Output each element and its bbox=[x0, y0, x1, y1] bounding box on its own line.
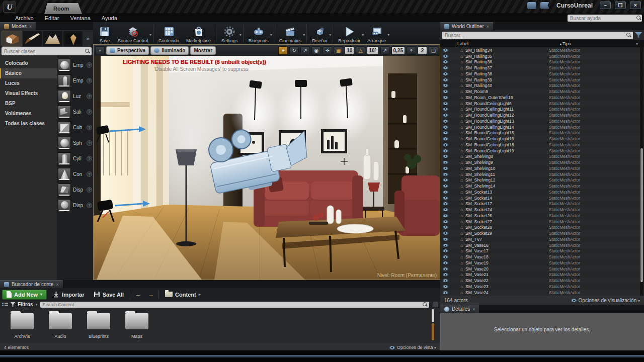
outliner-row[interactable]: ⌂SM_Socket29StaticMeshActor bbox=[440, 230, 644, 236]
visibility-eye-icon[interactable] bbox=[443, 197, 448, 200]
visibility-eye-icon[interactable] bbox=[443, 202, 448, 205]
outliner-row[interactable]: ⌂SM_RoundCeilingLight6StaticMeshActor bbox=[440, 101, 644, 107]
placeable-item[interactable]: Disp? bbox=[58, 182, 92, 198]
visibility-eye-icon[interactable] bbox=[443, 143, 448, 146]
visibility-eye-icon[interactable] bbox=[443, 155, 448, 158]
content-scrollbar[interactable] bbox=[432, 309, 434, 341]
visibility-eye-icon[interactable] bbox=[443, 49, 448, 52]
outliner-row[interactable]: ⌂SM_Vase17StaticMeshActor bbox=[440, 248, 644, 254]
outliner-row[interactable]: ⌂SM_Shelving12StaticMeshActor bbox=[440, 177, 644, 184]
placeable-item[interactable]: Con? bbox=[58, 166, 92, 182]
show-flags-button[interactable]: Mostrar bbox=[190, 46, 216, 55]
category-volúmenes[interactable]: Volúmenes bbox=[0, 109, 57, 119]
visibility-eye-icon[interactable] bbox=[443, 208, 448, 211]
paint-mode-button[interactable] bbox=[23, 31, 42, 46]
camera-speed-value[interactable]: 2 bbox=[418, 46, 427, 55]
visibility-eye-icon[interactable] bbox=[443, 249, 448, 252]
maximize-button[interactable]: ❒ bbox=[615, 2, 626, 9]
rotate-tool-button[interactable]: ↻ bbox=[289, 46, 299, 55]
outliner-row[interactable]: ⌂SM_RoundCeilingLight13StaticMeshActor bbox=[440, 118, 644, 124]
viewport-options-button[interactable]: ▾ bbox=[95, 46, 105, 55]
angle-snap-value[interactable]: 10° bbox=[367, 46, 378, 55]
outliner-row[interactable]: ⌂SM_Vase19StaticMeshActor bbox=[440, 260, 644, 266]
outliner-row[interactable]: ⌂SM_Railing40StaticMeshActor bbox=[440, 83, 644, 89]
type-column-caret[interactable]: ▾ bbox=[636, 42, 644, 46]
outliner-row[interactable]: ⌂SM_Shelving9StaticMeshActor bbox=[440, 159, 644, 165]
place-mode-button[interactable] bbox=[2, 31, 22, 46]
visibility-eye-icon[interactable] bbox=[443, 273, 448, 276]
placeable-item[interactable]: Emp? bbox=[58, 73, 92, 88]
visibility-eye-icon[interactable] bbox=[443, 72, 448, 75]
title-bar[interactable]: U Room CursoUnreal – ❒ × bbox=[0, 0, 644, 14]
outliner-row[interactable]: ⌂SM_Shelving14StaticMeshActor bbox=[440, 183, 644, 189]
more-modes-button[interactable]: » bbox=[84, 31, 92, 46]
visibility-eye-icon[interactable] bbox=[443, 149, 448, 152]
level-indicator[interactable]: Nivel: Room (Permanente) bbox=[377, 273, 437, 278]
close-tab-icon[interactable]: × bbox=[29, 24, 32, 29]
outliner-row[interactable]: ⌂SM_Vase16StaticMeshActor bbox=[440, 242, 644, 248]
visibility-eye-icon[interactable] bbox=[443, 126, 448, 129]
outliner-row[interactable]: ⌂SM_Socket27StaticMeshActor bbox=[440, 219, 644, 225]
maximize-viewport-button[interactable]: ▢ bbox=[429, 46, 438, 55]
build-button[interactable]: Diseñar ▾ bbox=[308, 22, 331, 44]
outliner-row[interactable]: ⌂SM_RoundCeilingLight12StaticMeshActor bbox=[440, 112, 644, 118]
visualization-options-button[interactable]: Opciones de visualización ▾ bbox=[571, 298, 640, 303]
settings-button[interactable]: Settings ▾ bbox=[218, 22, 242, 44]
marketplace-button[interactable]: Marketplace bbox=[183, 22, 214, 44]
visibility-eye-icon[interactable] bbox=[443, 114, 448, 117]
outliner-row[interactable]: ⌂SM_Vase24StaticMeshActor bbox=[440, 290, 644, 296]
visibility-eye-icon[interactable] bbox=[443, 285, 448, 288]
outliner-scrollbar[interactable] bbox=[640, 47, 643, 296]
outliner-row[interactable]: ⌂SM_Railing39StaticMeshActor bbox=[440, 77, 644, 83]
tab-world-outliner[interactable]: World Outliner × bbox=[440, 22, 493, 30]
import-button[interactable]: Importar bbox=[50, 291, 88, 298]
visibility-eye-icon[interactable] bbox=[443, 191, 448, 194]
outliner-row[interactable]: ⌂SM_Railing35StaticMeshActor bbox=[440, 53, 644, 59]
outliner-row[interactable]: ⌂SM_Room_OuterShell16StaticMeshActor bbox=[440, 95, 644, 101]
forward-button[interactable]: → bbox=[146, 291, 155, 298]
visibility-eye-icon[interactable] bbox=[443, 279, 448, 282]
visibility-eye-icon[interactable] bbox=[443, 261, 448, 264]
visibility-eye-icon[interactable] bbox=[443, 90, 448, 93]
path-breadcrumb[interactable]: Content ▸ bbox=[162, 292, 204, 298]
outliner-row[interactable]: ⌂SM_Vase23StaticMeshActor bbox=[440, 284, 644, 290]
tab-details[interactable]: Detalles × bbox=[440, 305, 479, 313]
foliage-mode-button[interactable] bbox=[63, 31, 83, 46]
folder-item-blueprints[interactable]: Blueprints bbox=[84, 311, 114, 343]
outliner-row[interactable]: ⌂SM_TV7StaticMeshActor bbox=[440, 236, 644, 242]
category-básico[interactable]: Básico bbox=[0, 68, 57, 78]
menu-item-archivo[interactable]: Archivo bbox=[15, 14, 34, 22]
outliner-row[interactable]: ⌂SM_Railing36StaticMeshActor bbox=[440, 59, 644, 65]
category-colocado-recientemente[interactable]: Colocado recientemente bbox=[0, 58, 57, 68]
visibility-eye-icon[interactable] bbox=[443, 120, 448, 123]
visibility-eye-icon[interactable] bbox=[443, 137, 448, 140]
outliner-row[interactable]: ⌂SM_Railing34StaticMeshActor bbox=[440, 47, 644, 53]
visibility-eye-icon[interactable] bbox=[443, 267, 448, 270]
tab-content-browser[interactable]: Buscador de conte × bbox=[0, 280, 63, 288]
content-search-input[interactable] bbox=[40, 302, 423, 307]
launch-button[interactable]: Arranque ▾ bbox=[364, 22, 389, 44]
placeable-item[interactable]: Luz? bbox=[58, 88, 92, 104]
outliner-row[interactable]: ⌂SM_Socket13StaticMeshActor bbox=[440, 189, 644, 195]
sources-panel-icon[interactable] bbox=[2, 302, 8, 307]
outliner-row[interactable]: ⌂SM_Socket24StaticMeshActor bbox=[440, 207, 644, 213]
visibility-eye-icon[interactable] bbox=[443, 108, 448, 111]
outliner-search-input[interactable] bbox=[442, 33, 626, 38]
close-tab-icon[interactable]: × bbox=[56, 282, 58, 287]
blueprints-button[interactable]: Blueprints ▾ bbox=[245, 22, 272, 44]
outliner-row[interactable]: ⌂SM_Railing37StaticMeshActor bbox=[440, 65, 644, 71]
menu-item-editar[interactable]: Editar bbox=[45, 14, 59, 22]
visibility-eye-icon[interactable] bbox=[443, 173, 448, 176]
outliner-row[interactable]: ⌂SM_Railing38StaticMeshActor bbox=[440, 71, 644, 77]
visibility-eye-icon[interactable] bbox=[443, 161, 448, 164]
outliner-row[interactable]: ⌂SM_Socket28StaticMeshActor bbox=[440, 225, 644, 231]
coordinate-system-button[interactable]: ◉ bbox=[311, 46, 321, 55]
menu-item-ventana[interactable]: Ventana bbox=[70, 14, 90, 22]
folder-item-maps[interactable]: Maps bbox=[122, 311, 152, 343]
outliner-search-box[interactable] bbox=[442, 32, 633, 39]
visibility-eye-icon[interactable] bbox=[443, 131, 448, 134]
outliner-row[interactable]: ⌂SM_Vase21StaticMeshActor bbox=[440, 272, 644, 278]
folder-item-archvis[interactable]: ArchVis bbox=[7, 311, 37, 343]
placeable-item[interactable]: Sali? bbox=[58, 104, 92, 120]
visibility-eye-icon[interactable] bbox=[443, 220, 448, 223]
